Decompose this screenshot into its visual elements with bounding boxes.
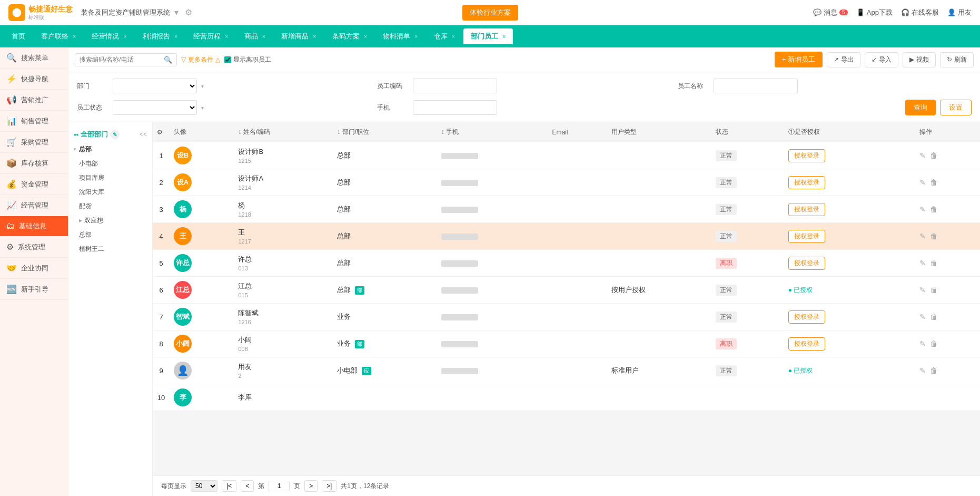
delete-icon[interactable]: 🗑: [930, 313, 937, 321]
delete-icon[interactable]: 🗑: [930, 205, 937, 213]
auth-button[interactable]: 授权登录: [788, 230, 825, 243]
delete-icon[interactable]: 🗑: [930, 232, 937, 240]
left-nav-business[interactable]: 📈 经营管理: [0, 195, 68, 216]
app-download-btn[interactable]: 📱 App下载: [856, 8, 893, 17]
left-nav-guide[interactable]: 🆕 新手引导: [0, 279, 68, 300]
dept-tree-zongbu2[interactable]: 总部: [68, 228, 152, 242]
dept-tree-shuangzuoxiang[interactable]: ▶ 双座想: [68, 213, 152, 228]
dept-select[interactable]: [113, 79, 197, 93]
left-nav-purchase[interactable]: 🛒 采购管理: [0, 132, 68, 153]
edit-icon[interactable]: ✎: [919, 232, 926, 240]
add-employee-button[interactable]: + 新增员工: [775, 52, 823, 67]
auth-button[interactable]: 授权登录: [788, 149, 825, 162]
dept-tree-zhishuwanger[interactable]: 植树王二: [68, 242, 152, 256]
more-filters-btn[interactable]: ▽ 更多条件 △: [181, 55, 220, 64]
nav-item-goods[interactable]: 商品×: [237, 28, 273, 44]
edit-icon[interactable]: ✎: [919, 151, 926, 160]
auth-button[interactable]: 授权登录: [788, 203, 825, 216]
settings-icon[interactable]: ⚙: [185, 7, 192, 17]
per-page-select[interactable]: 50 100 200: [191, 480, 217, 492]
edit-icon[interactable]: ✎: [919, 313, 926, 321]
nav-item-customer[interactable]: 客户联络×: [34, 28, 83, 44]
nav-item-operations[interactable]: 经营情况×: [84, 28, 134, 44]
collapse-btn[interactable]: <<: [140, 131, 147, 138]
search-button[interactable]: 查询: [905, 100, 936, 115]
th-name-code[interactable]: ↕ 姓名/编码: [234, 122, 333, 142]
auth-button[interactable]: 授权登录: [788, 337, 825, 351]
left-nav-marketing[interactable]: 📢 营销推广: [0, 90, 68, 111]
export-button[interactable]: ↗ 导出: [827, 52, 860, 67]
nav-item-home[interactable]: 首页: [4, 28, 33, 44]
nav-item-new-goods[interactable]: 新增商品×: [274, 28, 323, 44]
edit-icon[interactable]: ✎: [919, 178, 926, 187]
show-resigned-label[interactable]: 显示离职员工: [224, 55, 271, 64]
online-service-btn[interactable]: 🎧 在线客服: [901, 8, 939, 17]
nav-item-dept-employee[interactable]: 部门员工×: [463, 28, 513, 44]
nav-item-warehouse[interactable]: 仓库×: [427, 28, 462, 44]
edit-icon[interactable]: ✎: [919, 339, 926, 348]
close-icon[interactable]: ×: [262, 33, 265, 40]
phone-input[interactable]: [413, 100, 497, 115]
delete-icon[interactable]: 🗑: [930, 151, 937, 160]
close-icon[interactable]: ×: [364, 33, 367, 40]
dept-tree-xiaodibu[interactable]: 小电部: [68, 157, 152, 171]
edit-icon[interactable]: ✎: [919, 366, 926, 375]
left-nav-basic[interactable]: 🗂 基础信息: [0, 216, 68, 237]
th-phone[interactable]: ↕ 手机: [437, 122, 548, 142]
nav-item-bom[interactable]: 物料清单×: [375, 28, 425, 44]
th-dept-position[interactable]: ↕ 部门/职位: [333, 122, 437, 142]
auth-button[interactable]: 授权登录: [788, 257, 825, 270]
page-input[interactable]: [269, 481, 290, 491]
dept-tree-peihuo[interactable]: 配货: [68, 199, 152, 213]
set-button[interactable]: 设置: [940, 100, 972, 115]
prev-page-btn[interactable]: <: [241, 480, 254, 492]
dept-tree-xiangmukufang[interactable]: 项目库房: [68, 171, 152, 185]
auth-button[interactable]: 授权登录: [788, 310, 825, 324]
dept-tree-zongbu[interactable]: ▼ 总部: [68, 142, 152, 157]
left-nav-sales[interactable]: 📊 销售管理: [0, 111, 68, 132]
delete-icon[interactable]: 🗑: [930, 339, 937, 348]
close-icon[interactable]: ×: [123, 33, 126, 40]
close-icon[interactable]: ×: [414, 33, 418, 40]
left-nav-system[interactable]: ⚙ 系统管理: [0, 237, 68, 258]
emp-status-select[interactable]: [113, 100, 197, 115]
edit-icon[interactable]: ✎: [919, 205, 926, 213]
nav-item-profit[interactable]: 利润报告×: [135, 28, 185, 44]
search-input-wrap[interactable]: 🔍: [75, 53, 177, 66]
delete-icon[interactable]: 🗑: [930, 286, 937, 294]
edit-icon[interactable]: ✎: [919, 286, 926, 294]
nav-item-history[interactable]: 经营历程×: [186, 28, 235, 44]
view-button[interactable]: ▶ 视频: [903, 52, 936, 67]
close-icon[interactable]: ×: [313, 33, 316, 40]
close-icon[interactable]: ×: [73, 33, 76, 40]
nav-item-barcode[interactable]: 条码方案×: [325, 28, 374, 44]
message-btn[interactable]: 💬 消息 5: [813, 8, 848, 17]
edit-icon[interactable]: ✎: [919, 259, 926, 267]
show-resigned-checkbox[interactable]: [224, 56, 231, 63]
left-nav-collab[interactable]: 🤝 企业协同: [0, 258, 68, 279]
auth-button[interactable]: 授权登录: [788, 176, 825, 189]
search-input[interactable]: [80, 56, 164, 63]
delete-icon[interactable]: 🗑: [930, 178, 937, 187]
user-btn[interactable]: 👤 用友: [947, 8, 972, 17]
left-nav-search[interactable]: 🔍 搜索菜单: [0, 47, 68, 69]
dept-edit-icon[interactable]: ✎: [110, 130, 120, 139]
sys-title-dropdown[interactable]: ▾: [174, 7, 179, 17]
trial-button[interactable]: 体验行业方案: [462, 5, 518, 21]
dept-all-btn[interactable]: ▪▪ 全部部门 ✎: [74, 130, 120, 139]
close-icon[interactable]: ×: [225, 33, 228, 40]
delete-icon[interactable]: 🗑: [930, 259, 937, 267]
dept-tree-shenyangdaku[interactable]: 沈阳大库: [68, 185, 152, 199]
next-page-btn[interactable]: >: [304, 480, 318, 492]
th-settings[interactable]: ⚙: [153, 122, 170, 142]
left-nav-shortcut[interactable]: ⚡ 快捷导航: [0, 69, 68, 90]
delete-icon[interactable]: 🗑: [930, 366, 937, 375]
close-icon[interactable]: ×: [502, 33, 506, 40]
last-page-btn[interactable]: >|: [322, 480, 336, 492]
emp-name-input[interactable]: [714, 79, 798, 93]
first-page-btn[interactable]: |<: [222, 480, 236, 492]
close-icon[interactable]: ×: [452, 33, 455, 40]
left-nav-finance[interactable]: 💰 资金管理: [0, 174, 68, 195]
refresh-button[interactable]: ↻ 刷新: [940, 52, 974, 67]
close-icon[interactable]: ×: [174, 33, 177, 40]
